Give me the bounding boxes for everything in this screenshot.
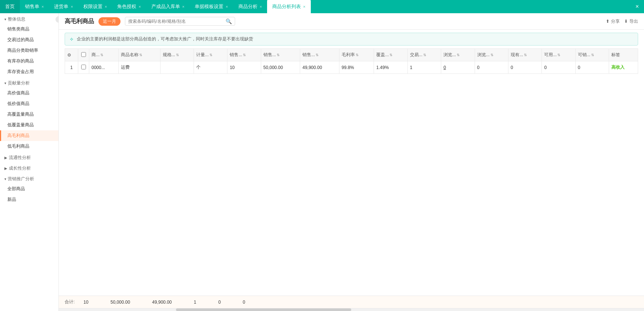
col-header-current[interactable]: 现有... ⇅ [508,49,542,61]
search-icon[interactable]: 🔍 [226,18,232,24]
footer-values: 10 50,000.00 49,900.00 1 0 0 [83,300,638,305]
cell-current: 0 [508,61,542,74]
sidebar-section-liquidity[interactable]: ▶ 流通性分析 [0,152,58,162]
cell-transaction: 1 [407,61,441,74]
sort-icon: ⇅ [524,53,527,57]
nav-template-settings[interactable]: 单据模板设置 × [190,0,233,13]
sidebar-item-stock-capital[interactable]: 库存资金占用 [0,66,58,77]
sidebar-item-low-gross[interactable]: 低毛利商品 [0,141,58,152]
nav-product-analysis-list[interactable]: 商品分析列表 × [267,0,310,13]
col-header-spec[interactable]: 规格... ⇅ [160,49,194,61]
search-box: 🔍 [125,17,235,26]
close-icon[interactable]: × [71,0,73,13]
cell-available: 0 [542,61,575,74]
close-icon[interactable]: × [42,0,44,13]
sidebar-item-stock-goods[interactable]: 有库存的商品 [0,56,58,66]
sidebar-section-marketing[interactable]: ▾ 营销推广分析 [0,173,58,184]
col-header-name[interactable]: 商品名称 ⇅ [118,49,160,61]
settings-icon[interactable]: ⚙ [67,53,71,58]
scrollbar-thumb[interactable] [176,308,352,311]
cell-name: 运费 [118,61,160,74]
sidebar-item-sales-goods[interactable]: 销售类商品 [0,24,58,35]
sort-icon: ⇅ [557,53,560,57]
col-header-unit[interactable]: 计量... ⇅ [194,49,227,61]
sort-icon: ⇅ [139,53,142,57]
nav-permission-settings[interactable]: 权限设置 × [78,0,112,13]
table-container[interactable]: ⚙ 商... ⇅ [59,48,644,296]
col-header-sales3[interactable]: 销售... ⇅ [300,49,339,61]
filter-recent-month-button[interactable]: 近一月 [98,17,120,26]
content-area: 高毛利商品 近一月 🔍 ⬆ 分享 ⬇ 导出 ✧ 企业的主要的利润都是这部分商品创… [59,13,644,311]
col-header-browse1[interactable]: 浏览... ⇅ [441,49,475,61]
col-header-num: ⚙ [65,49,78,61]
nav-role-auth[interactable]: 角色授权 × [112,0,146,13]
sidebar-item-low-coverage[interactable]: 低覆盖量商品 [0,120,58,130]
sort-icon: ⇅ [243,53,246,57]
close-icon[interactable]: × [303,0,305,13]
sidebar-item-category-assist[interactable]: 商品分类助销率 [0,45,58,56]
close-icon[interactable]: × [105,0,107,13]
col-header-browse2[interactable]: 浏览... ⇅ [475,49,508,61]
close-icon[interactable]: × [260,0,262,13]
sidebar-item-high-value[interactable]: 高价值商品 [0,88,58,98]
cell-saleable: 0 [575,61,609,74]
sort-icon: ⇅ [100,53,103,57]
col-header-check[interactable] [78,49,89,61]
nav-sales-order[interactable]: 销售单 × [20,0,49,13]
window-close-button[interactable]: × [630,0,644,13]
sort-icon: ⇅ [389,53,392,57]
cell-browse2: 0 [475,61,508,74]
col-header-coverage[interactable]: 覆盖... ⇅ [374,49,407,61]
footer-label: 合计: [65,299,75,305]
cell-tag: 高收入 [609,61,638,74]
select-all-checkbox[interactable] [81,52,86,57]
nav-product-analysis[interactable]: 商品分析 × [233,0,267,13]
share-icon: ⬆ [606,19,609,24]
cell-check[interactable] [78,61,89,74]
col-header-saleable[interactable]: 可销... ⇅ [575,49,609,61]
cell-unit: 个 [194,61,227,74]
row-checkbox[interactable] [81,65,86,69]
nav-home[interactable]: 首页 [0,0,20,13]
sidebar-item-new-goods[interactable]: 新品 [0,194,58,205]
cell-sales2: 50,000.00 [261,61,300,74]
col-header-code[interactable]: 商... ⇅ [89,49,119,61]
sidebar-section-contribution[interactable]: ▾ 贡献量分析 [0,77,58,88]
close-icon[interactable]: × [138,0,141,13]
export-icon: ⬇ [624,19,628,24]
sort-icon: ⇅ [209,53,212,57]
sort-icon: ⇅ [423,53,426,57]
sidebar-item-low-value[interactable]: 低价值商品 [0,98,58,109]
sort-icon: ⇅ [277,53,280,57]
col-header-sales2[interactable]: 销售... ⇅ [261,49,300,61]
cell-gross-rate: 99.8% [339,61,374,74]
chevron-down-icon: ▾ [4,177,6,181]
top-navigation: 首页 销售单 × 进货单 × 权限设置 × 角色授权 × 产成品入库单 × 单据… [0,0,644,13]
footer-sales2: 50,000.00 [111,300,130,305]
table-footer: 合计: 10 50,000.00 49,900.00 1 0 0 [59,296,644,308]
sidebar-section-growth[interactable]: ▶ 成长性分析 [0,162,58,173]
sidebar-section-overall[interactable]: ▾ 整体信息 [0,13,58,24]
sidebar-item-all-goods[interactable]: 全部商品 [0,184,58,194]
col-header-sales1[interactable]: 销售... ⇅ [227,49,261,61]
col-header-gross-rate[interactable]: 毛利率 ⇅ [339,49,374,61]
data-table: ⚙ 商... ⇅ [65,48,638,74]
col-header-transaction[interactable]: 交易... ⇅ [407,49,441,61]
close-icon[interactable]: × [226,0,228,13]
cell-browse1[interactable]: 0 [441,61,475,74]
horizontal-scrollbar[interactable] [59,308,644,311]
sidebar-item-high-gross[interactable]: 高毛利商品 [0,130,58,141]
sort-icon: ⇅ [457,53,460,57]
share-button[interactable]: ⬆ 分享 [606,18,620,25]
sidebar-item-traded-goods[interactable]: 交易过的商品 [0,35,58,45]
nav-product-inbound[interactable]: 产成品入库单 × [146,0,190,13]
footer-sales3: 49,900.00 [152,300,172,305]
cell-coverage: 1.49% [374,61,407,74]
export-button[interactable]: ⬇ 导出 [624,18,638,25]
col-header-available[interactable]: 可用... ⇅ [542,49,575,61]
sidebar-item-high-coverage[interactable]: 高覆盖量商品 [0,109,58,120]
nav-purchase-order[interactable]: 进货单 × [49,0,78,13]
sort-icon: ⇅ [176,53,179,57]
search-input[interactable] [128,19,223,24]
close-icon[interactable]: × [182,0,184,13]
